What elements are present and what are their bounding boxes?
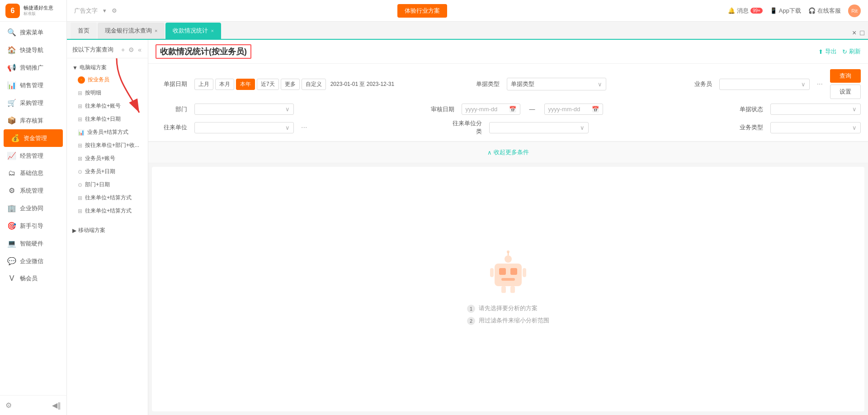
svg-rect-4: [501, 278, 515, 281]
tab-bank-close[interactable]: ×: [155, 28, 157, 33]
export-btn[interactable]: ⬆ 导出: [818, 47, 837, 56]
partner-category-select[interactable]: ∨: [489, 122, 589, 133]
message-btn[interactable]: 🔔 消息 99+: [728, 7, 763, 15]
sidebar-item-purchase[interactable]: 🛒 采购管理: [0, 94, 66, 112]
audit-date-from[interactable]: yyyy-mm-dd 📅: [462, 104, 520, 115]
svg-rect-8: [510, 286, 515, 293]
date-btn-more[interactable]: 更多: [281, 79, 300, 90]
scheme-add-btn[interactable]: +: [120, 45, 126, 54]
breadcrumb: 广告文字: [74, 7, 98, 15]
sidebar-item-operation[interactable]: 📈 经营管理: [0, 147, 66, 165]
download-icon: 📱: [770, 7, 777, 14]
biz-type-select[interactable]: ∨: [770, 122, 861, 133]
sidebar-item-capital[interactable]: 💰 资金管理: [4, 129, 63, 147]
doc-type-select[interactable]: 单据类型 ∨: [507, 78, 606, 90]
partner-more-btn[interactable]: ···: [301, 123, 307, 132]
dropdown-icon[interactable]: ▾: [103, 7, 106, 14]
scheme-settings-btn[interactable]: ⚙: [127, 45, 135, 54]
partner-date-icon: ⊞: [78, 116, 82, 123]
header-settings-icon[interactable]: ⚙: [112, 7, 117, 14]
query-btn[interactable]: 查询: [830, 69, 861, 83]
hint-number-1: 1: [467, 305, 475, 313]
calendar-from-icon: 📅: [509, 106, 516, 113]
sidebar-item-sales[interactable]: 📊 销售管理: [0, 76, 66, 94]
salesperson-more-btn[interactable]: ···: [817, 80, 823, 88]
date-btn-7days[interactable]: 近7天: [257, 79, 279, 90]
sidebar-label-sales: 销售管理: [20, 81, 43, 90]
date-btn-this-month[interactable]: 本月: [215, 79, 234, 90]
scheme-section-desktop-title[interactable]: ▼ 电脑端方案: [67, 62, 148, 73]
app-download-btn[interactable]: 📱 App下载: [770, 7, 801, 15]
tab-receipts[interactable]: 收款情况统计 ×: [165, 23, 221, 39]
enterprise-icon: 🏢: [7, 204, 16, 212]
date-btn-group: 上月 本月 本年 近7天 更多 自定义: [194, 79, 326, 90]
sidebar-item-system[interactable]: ⚙ 系统管理: [0, 182, 66, 199]
dept-chevron: ∨: [285, 106, 290, 113]
sidebar-item-search[interactable]: 🔍 搜索菜单: [0, 24, 66, 41]
window-close-btn[interactable]: ×: [852, 29, 856, 37]
refresh-btn[interactable]: ↻ 刷新: [842, 47, 861, 56]
message-badge: 99+: [750, 8, 763, 14]
set-btn[interactable]: 设置: [830, 85, 861, 99]
sidebar-item-enterprise[interactable]: 🏢 企业协同: [0, 199, 66, 217]
scheme-item-partner-settlement2[interactable]: ⊞ 往来单位+结算方式: [67, 204, 148, 217]
scheme-item-by-detail[interactable]: ⊞ 按明细: [67, 86, 148, 99]
scheme-item-sales-date[interactable]: ⊙ 业务员+日期: [67, 165, 148, 178]
app-download-label: App下载: [779, 7, 801, 15]
logo-badge: 标准版: [24, 11, 53, 17]
logo-icon: 6: [5, 4, 20, 18]
message-label: 消息: [737, 7, 749, 15]
scheme-item-dept-date[interactable]: ⊙ 部门+日期: [67, 178, 148, 191]
sidebar-item-hardware[interactable]: 💻 智能硬件: [0, 235, 66, 252]
collapse-more-btn[interactable]: ∧ 收起更多条件: [487, 145, 529, 160]
sidebar-item-wechat[interactable]: 💬 企业微信: [0, 252, 66, 270]
collapse-sidebar-btn[interactable]: ◀‖: [52, 401, 61, 410]
date-btn-this-year[interactable]: 本年: [236, 79, 255, 90]
online-service-btn[interactable]: 🎧 在线客服: [808, 7, 841, 15]
salesperson-select[interactable]: ∨: [719, 79, 810, 90]
sidebar-label-inventory: 库存核算: [20, 117, 43, 125]
sidebar-item-member[interactable]: V 畅会员: [0, 270, 66, 287]
tab-receipts-close[interactable]: ×: [211, 28, 213, 33]
window-max-btn[interactable]: □: [860, 29, 864, 37]
sidebar-item-quicknav[interactable]: 🏠 快捷导航: [0, 41, 66, 59]
logo-area: 6 畅捷通好生意 标准版: [0, 0, 66, 22]
sidebar-label-member: 畅会员: [20, 274, 38, 283]
logo-text-block: 畅捷通好生意 标准版: [24, 5, 53, 17]
scheme-item-sales-account[interactable]: ⊠ 业务员+账号: [67, 152, 148, 165]
scheme-section-mobile-title[interactable]: ▶ 移动端方案: [67, 225, 148, 236]
doc-status-select[interactable]: ∨: [770, 104, 861, 115]
scheme-item-partner-dept[interactable]: ⊞ 按往来单位+部门+收...: [67, 139, 148, 152]
tab-home[interactable]: 首页: [71, 23, 97, 39]
dept-select[interactable]: ∨: [194, 104, 294, 115]
scheme-item-partner-account[interactable]: ⊞ 往来单位+账号: [67, 99, 148, 113]
scheme-item-by-sales[interactable]: 🔸 按业务员: [67, 73, 148, 86]
page-title-bar: 收款情况统计(按业务员) ⬆ 导出 ↻ 刷新: [148, 40, 868, 64]
scheme-item-sales-settlement[interactable]: 📊 业务员+结算方式: [67, 126, 148, 139]
trial-btn[interactable]: 体验行业方案: [397, 4, 447, 18]
wechat-icon: 💬: [7, 257, 16, 265]
desktop-section-label: 电脑端方案: [80, 64, 107, 71]
scheme-item-partner-account-label: 往来单位+账号: [85, 102, 121, 110]
partner-account-icon: ⊞: [78, 103, 82, 109]
date-btn-last-month[interactable]: 上月: [194, 79, 213, 90]
page-title: 收款情况统计(按业务员): [156, 44, 251, 59]
scheme-item-partner-date[interactable]: ⊞ 往来单位+日期: [67, 113, 148, 126]
partner-select[interactable]: ∨: [194, 122, 294, 133]
sidebar-item-basic[interactable]: 🗂 基础信息: [0, 165, 66, 182]
sidebar-footer: ⚙ ◀‖: [0, 395, 66, 415]
hint-number-2: 2: [467, 317, 475, 325]
tab-bank[interactable]: 现金银行流水查询 ×: [98, 23, 165, 39]
sidebar-item-inventory[interactable]: 📦 库存核算: [0, 112, 66, 129]
sidebar-item-guide[interactable]: 🎯 新手引导: [0, 217, 66, 235]
sidebar-item-marketing[interactable]: 📢 营销推广: [0, 59, 66, 76]
service-icon: 🎧: [808, 7, 816, 14]
user-avatar[interactable]: Rit: [848, 5, 861, 17]
audit-date-to[interactable]: yyyy-mm-dd 📅: [544, 104, 603, 115]
date-btn-custom[interactable]: 自定义: [302, 79, 326, 90]
scheme-collapse-btn[interactable]: «: [137, 45, 142, 54]
settings-footer-btn[interactable]: ⚙: [5, 401, 12, 410]
hint-item-2: 2 用过滤条件来缩小分析范围: [467, 316, 549, 325]
system-icon: ⚙: [7, 186, 16, 195]
scheme-item-partner-settlement[interactable]: ⊞ 往来单位+结算方式: [67, 191, 148, 204]
